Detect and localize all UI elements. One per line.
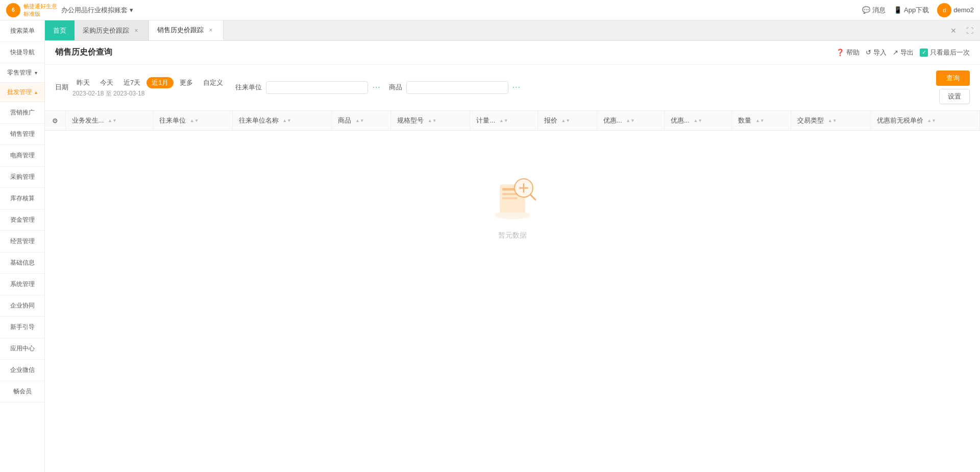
message-icon: 💬 [862,6,870,14]
goods-dots-btn[interactable]: ··· [512,83,521,92]
app-selector[interactable]: 办公用品行业模拟账套 ▾ [61,6,133,15]
help-icon: ❓ [836,49,844,56]
enterprise-coop-label: 企业协同 [10,301,35,310]
sidebar-item-purchase[interactable]: 采购管理 [0,167,44,188]
counterparty-filter-group: 往来单位 ··· [235,81,380,94]
goods-label: 商品 [389,83,402,92]
filter-bar: 日期 昨天 今天 近7天 近1月 更多 自定义 2023-02-18 至 202… [45,64,980,111]
logo-icon: 6 [6,3,20,17]
counterparty-input[interactable] [266,81,368,94]
date-option-custom[interactable]: 自定义 [199,77,227,88]
tab-purchase-history[interactable]: 采购历史价跟踪 × [75,20,149,40]
basic-info-label: 基础信息 [10,258,35,267]
close-purchase-history-tab[interactable]: × [132,27,140,35]
help-btn[interactable]: ❓ 帮助 [836,48,860,57]
goods-input-group: ··· [406,81,521,94]
sidebar-item-wholesale-mgmt[interactable]: 批发管理 ▴ [0,83,44,102]
settings-button[interactable]: 设置 [939,89,970,104]
sidebar-item-system[interactable]: 系统管理 [0,274,44,295]
avatar: d [937,3,951,17]
counterparty-dots-btn[interactable]: ··· [372,83,380,92]
sidebar-item-marketing[interactable]: 营销推广 [0,102,44,124]
col-pre-tax-price[interactable]: 优惠前无税单价 ▲▼ [870,111,980,131]
page-actions: ❓ 帮助 ↺ 导入 ↗ 导出 ✓ 只看最后一次 [836,48,970,57]
maximize-btn[interactable]: ⛶ [964,25,976,37]
date-section: 昨天 今天 近7天 近1月 更多 自定义 2023-02-18 至 2023-0… [72,77,227,98]
quick-nav-label: 快捷导航 [10,48,35,57]
system-label: 系统管理 [10,280,35,289]
date-option-yesterday[interactable]: 昨天 [72,77,94,88]
sidebar-item-inventory[interactable]: 库存核算 [0,188,44,209]
tab-actions: ✕ ⛶ [943,20,980,40]
col-goods[interactable]: 商品 ▲▼ [332,111,391,131]
sort-icon-goods: ▲▼ [355,119,364,123]
new-guide-label: 新手引导 [10,323,35,332]
phone-icon: 📱 [894,6,902,14]
close-tab-btn[interactable]: ✕ [947,25,960,37]
col-quote[interactable]: 报价 ▲▼ [537,111,597,131]
sidebar-item-enterprise-wechat[interactable]: 企业微信 [0,360,44,381]
page-title: 销售历史价查询 [55,47,112,58]
sidebar-item-sales-mgmt[interactable]: 销售管理 [0,124,44,145]
date-filter-group: 日期 昨天 今天 近7天 近1月 更多 自定义 2023-02-18 至 202… [55,77,227,98]
col-counterparty-name[interactable]: 往来单位名称 ▲▼ [232,111,332,131]
col-quantity[interactable]: 数量 ▲▼ [732,111,791,131]
sidebar-item-new-guide[interactable]: 新手引导 [0,317,44,338]
sidebar-item-basic-info[interactable]: 基础信息 [0,252,44,274]
svg-line-8 [530,195,535,200]
col-unit[interactable]: 计量... ▲▼ [470,111,537,131]
empty-text: 暂元数据 [498,231,527,240]
sidebar-item-ecommerce[interactable]: 电商管理 [0,145,44,167]
message-btn[interactable]: 💬 消息 [862,6,886,15]
sort-icon-trade-type: ▲▼ [828,119,837,123]
tab-sales-history[interactable]: 销售历史价跟踪 × [149,20,224,40]
purchase-label: 采购管理 [10,173,35,181]
date-option-last7[interactable]: 近7天 [119,77,144,88]
col-counterparty-code[interactable]: 往来单位 ▲▼ [153,111,232,131]
ecommerce-label: 电商管理 [10,151,35,160]
sidebar-item-retail-mgmt[interactable]: 零售管理 ▾ [0,63,44,83]
settings-icon: ⚙ [52,117,58,125]
sort-icon-counterparty-code: ▲▼ [190,119,199,123]
col-biz-date[interactable]: 业务发生... ▲▼ [65,111,153,131]
col-spec[interactable]: 规格型号 ▲▼ [391,111,470,131]
finance-label: 资金管理 [10,216,35,224]
retail-mgmt-label: 零售管理 [7,68,32,77]
user-profile[interactable]: d demo2 [937,3,974,17]
date-option-more[interactable]: 更多 [176,77,197,88]
only-last-checkbox-item[interactable]: ✓ 只看最后一次 [920,48,970,57]
marketing-label: 营销推广 [10,108,35,117]
app-download-btn[interactable]: 📱 App下载 [894,6,929,15]
goods-input[interactable] [406,81,508,94]
sidebar-item-search-menu[interactable]: 搜索菜单 [0,20,44,42]
only-last-checkbox[interactable]: ✓ [920,49,928,57]
logo-area: 6 畅捷通好生意 标准版 [6,3,57,17]
sort-icon-unit: ▲▼ [499,119,508,123]
close-sales-history-tab[interactable]: × [207,26,215,34]
chevron-down-icon: ▾ [35,70,37,76]
import-btn[interactable]: ↺ 导入 [866,48,887,57]
data-table-container: ⚙ 业务发生... ▲▼ 往来单位 ▲▼ 往来单位名称 [45,111,980,281]
export-btn[interactable]: ↗ 导出 [893,48,914,57]
sort-icon-quantity: ▲▼ [755,119,765,123]
sidebar-item-quick-nav[interactable]: 快捷导航 [0,42,44,63]
date-range: 2023-02-18 至 2023-03-18 [72,89,227,98]
empty-state: 暂元数据 [45,131,980,281]
col-discount1[interactable]: 优惠... ▲▼ [597,111,664,131]
sidebar-item-enterprise-coop[interactable]: 企业协同 [0,295,44,317]
page-content: 销售历史价查询 ❓ 帮助 ↺ 导入 ↗ 导出 ✓ [45,41,980,472]
col-settings[interactable]: ⚙ [45,111,65,131]
sidebar-item-operations[interactable]: 经营管理 [0,231,44,252]
col-trade-type[interactable]: 交易类型 ▲▼ [791,111,870,131]
sidebar-item-member[interactable]: 畅会员 [0,381,44,403]
date-option-last1month[interactable]: 近1月 [146,77,174,88]
sidebar-item-app-center[interactable]: 应用中心 [0,338,44,360]
sort-icon-spec: ▲▼ [428,119,437,123]
date-option-today[interactable]: 今天 [96,77,117,88]
sort-icon-quote: ▲▼ [561,119,570,123]
export-icon: ↗ [893,49,898,56]
tab-home[interactable]: 首页 [45,20,75,40]
col-discount2[interactable]: 优惠... ▲▼ [664,111,731,131]
sidebar-item-finance[interactable]: 资金管理 [0,209,44,231]
query-button[interactable]: 查询 [936,70,970,86]
